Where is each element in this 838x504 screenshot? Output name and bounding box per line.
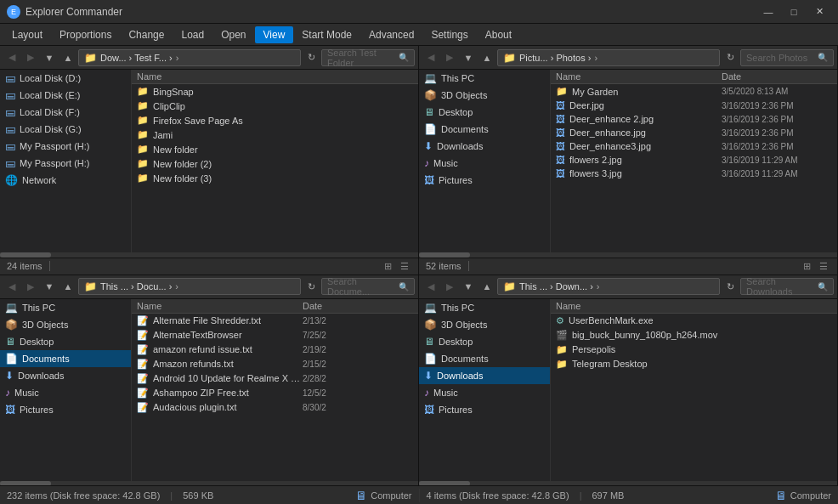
file-item[interactable]: 📁Persepolis — [551, 343, 837, 357]
file-item[interactable]: 📁BingSnap — [132, 84, 418, 99]
file-item[interactable]: 📁Firefox Save Page As — [132, 113, 418, 127]
tree-item-desktop[interactable]: 🖥Desktop — [0, 333, 131, 350]
tree-item-pictures[interactable]: 🖼Pictures — [419, 401, 550, 418]
tree-item-my-passport-(h:)[interactable]: 🖴My Passport (H:) — [0, 155, 131, 172]
file-item[interactable]: 🖼Deer_enhance.jpg3/16/2019 2:36 PM — [551, 126, 837, 139]
file-item[interactable]: 📝Audacious plugin.txt8/30/2 — [132, 400, 418, 415]
tree-item-pictures[interactable]: 🖼Pictures — [0, 401, 131, 418]
tree-item-desktop[interactable]: 🖥Desktop — [419, 104, 550, 121]
up-button[interactable]: ▲ — [59, 49, 76, 66]
tree-item-music[interactable]: ♪Music — [419, 155, 550, 172]
refresh-button[interactable]: ↻ — [722, 49, 739, 66]
file-item[interactable]: 📝Ashampoo ZIP Free.txt12/5/2 — [132, 386, 418, 400]
tree-item-downloads[interactable]: ⬇Downloads — [419, 367, 550, 384]
menu-item-view[interactable]: View — [255, 26, 294, 43]
path-bar[interactable]: 📁 Pictu... › Photos › › — [497, 49, 720, 66]
view-mode-button1[interactable]: ⊞ — [800, 259, 813, 273]
tree-item-local-disk-(g:)[interactable]: 🖴Local Disk (G:) — [0, 121, 131, 138]
menu-item-change[interactable]: Change — [120, 26, 173, 43]
path-bar[interactable]: 📁 This ... › Docu... › › — [78, 278, 301, 295]
tree-item-my-passport-(h:)[interactable]: 🖴My Passport (H:) — [0, 138, 131, 155]
file-item[interactable]: 🎬big_buck_bunny_1080p_h264.mov — [551, 328, 837, 343]
file-item[interactable]: ⚙UserBenchMark.exe — [551, 314, 837, 328]
search-bar[interactable]: Search Docume... 🔍 — [321, 278, 415, 295]
refresh-button[interactable]: ↻ — [303, 278, 320, 295]
tree-item-documents[interactable]: 📄Documents — [419, 121, 550, 138]
back-button[interactable]: ◀ — [3, 49, 20, 66]
menu-item-about[interactable]: About — [477, 26, 520, 43]
hscroll-track[interactable] — [0, 252, 418, 258]
up-button[interactable]: ▲ — [59, 278, 76, 295]
tree-item-this-pc[interactable]: 💻This PC — [0, 299, 131, 316]
file-item[interactable]: 📁My Garden3/5/2020 8:13 AM — [551, 84, 837, 99]
tree-item-documents[interactable]: 📄Documents — [419, 350, 550, 367]
back-button[interactable]: ◀ — [422, 49, 439, 66]
menu-item-start-mode[interactable]: Start Mode — [293, 26, 360, 43]
tree-item-this-pc[interactable]: 💻This PC — [419, 70, 550, 87]
tree-item-3d-objects[interactable]: 📦3D Objects — [419, 87, 550, 104]
forward-button[interactable]: ▶ — [22, 278, 39, 295]
tree-item-music[interactable]: ♪Music — [419, 384, 550, 401]
view-mode-button2[interactable]: ☰ — [398, 259, 411, 273]
menu-item-settings[interactable]: Settings — [422, 26, 476, 43]
maximize-button[interactable]: □ — [782, 3, 806, 20]
file-item[interactable]: 📁New folder — [132, 142, 418, 156]
search-bar[interactable]: Search Test Folder 🔍 — [321, 49, 415, 66]
file-item[interactable]: 📁Telegram Desktop — [551, 357, 837, 371]
file-item[interactable]: 🖼flowers 3.jpg3/16/2019 11:29 AM — [551, 167, 837, 180]
file-item[interactable]: 📝amazon refund issue.txt2/19/2 — [132, 343, 418, 357]
tree-item-documents[interactable]: 📄Documents — [0, 350, 131, 367]
file-item[interactable]: 📁New folder (2) — [132, 156, 418, 171]
file-item[interactable]: 📝Alternate File Shredder.txt2/13/2 — [132, 314, 418, 328]
hscroll-thumb[interactable] — [0, 252, 51, 258]
file-item[interactable]: 🖼Deer_enhance 2.jpg3/16/2019 2:36 PM — [551, 112, 837, 126]
minimize-button[interactable]: — — [756, 3, 780, 20]
file-item[interactable]: 📁ClipClip — [132, 99, 418, 113]
file-item[interactable]: 🖼Deer_enhance3.jpg3/16/2019 2:36 PM — [551, 139, 837, 153]
tree-item-this-pc[interactable]: 💻This PC — [419, 299, 550, 316]
close-button[interactable]: ✕ — [807, 3, 831, 20]
tree-item-music[interactable]: ♪Music — [0, 384, 131, 401]
search-bar[interactable]: Search Downloads 🔍 — [740, 278, 834, 295]
up-button[interactable]: ▲ — [478, 278, 495, 295]
history-button[interactable]: ▼ — [41, 278, 58, 295]
back-button[interactable]: ◀ — [422, 278, 439, 295]
file-item[interactable]: 🖼Deer.jpg3/16/2019 2:36 PM — [551, 99, 837, 112]
refresh-button[interactable]: ↻ — [722, 278, 739, 295]
back-button[interactable]: ◀ — [3, 278, 20, 295]
hscroll-track[interactable] — [419, 252, 837, 258]
menu-item-proportions[interactable]: Proportions — [51, 26, 120, 43]
tree-item-local-disk-(f:)[interactable]: 🖴Local Disk (F:) — [0, 104, 131, 121]
tree-item-3d-objects[interactable]: 📦3D Objects — [419, 316, 550, 333]
view-mode-button1[interactable]: ⊞ — [381, 259, 394, 273]
tree-item-local-disk-(d:)[interactable]: 🖴Local Disk (D:) — [0, 70, 131, 87]
tree-item-desktop[interactable]: 🖥Desktop — [419, 333, 550, 350]
path-bar[interactable]: 📁 This ... › Down... › › — [497, 278, 720, 295]
menu-item-advanced[interactable]: Advanced — [360, 26, 422, 43]
search-bar[interactable]: Search Photos 🔍 — [740, 49, 834, 66]
hscroll-thumb[interactable] — [419, 252, 470, 258]
refresh-button[interactable]: ↻ — [303, 49, 320, 66]
history-button[interactable]: ▼ — [460, 49, 477, 66]
file-item[interactable]: 📝AlternateTextBrowser7/25/2 — [132, 328, 418, 343]
file-item[interactable]: 📝Amazon refunds.txt2/15/2 — [132, 357, 418, 371]
tree-item-downloads[interactable]: ⬇Downloads — [0, 367, 131, 384]
up-button[interactable]: ▲ — [478, 49, 495, 66]
forward-button[interactable]: ▶ — [22, 49, 39, 66]
menu-item-open[interactable]: Open — [212, 26, 254, 43]
tree-item-3d-objects[interactable]: 📦3D Objects — [0, 316, 131, 333]
history-button[interactable]: ▼ — [460, 278, 477, 295]
tree-item-network[interactable]: 🌐Network — [0, 172, 131, 189]
file-item[interactable]: 🖼flowers 2.jpg3/16/2019 11:29 AM — [551, 153, 837, 167]
file-item[interactable]: 📝Android 10 Update for Realme X and Real… — [132, 371, 418, 386]
menu-item-layout[interactable]: Layout — [3, 26, 51, 43]
tree-item-local-disk-(e:)[interactable]: 🖴Local Disk (E:) — [0, 87, 131, 104]
file-item[interactable]: 📁New folder (3) — [132, 171, 418, 185]
tree-item-pictures[interactable]: 🖼Pictures — [419, 172, 550, 189]
history-button[interactable]: ▼ — [41, 49, 58, 66]
forward-button[interactable]: ▶ — [441, 49, 458, 66]
path-bar[interactable]: 📁 Dow... › Test F... › › — [78, 49, 301, 66]
menu-item-load[interactable]: Load — [173, 26, 212, 43]
tree-item-downloads[interactable]: ⬇Downloads — [419, 138, 550, 155]
forward-button[interactable]: ▶ — [441, 278, 458, 295]
